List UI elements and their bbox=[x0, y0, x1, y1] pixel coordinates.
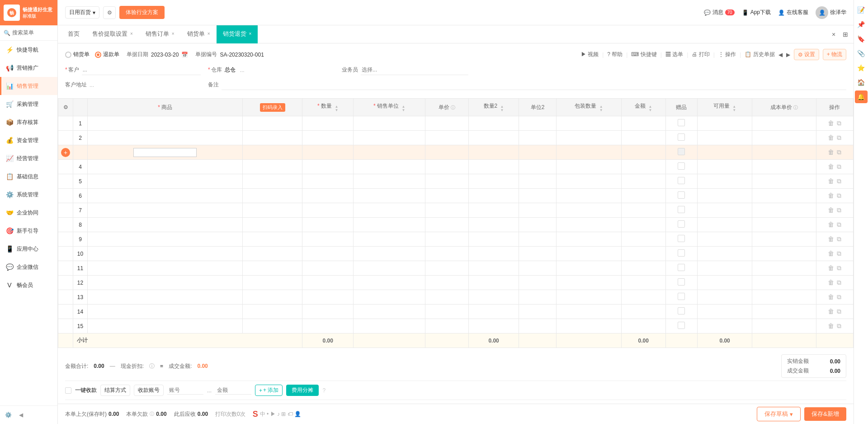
copy-row-1-icon[interactable]: ⧉ bbox=[837, 119, 841, 127]
address-input[interactable]: ... bbox=[90, 82, 201, 88]
copy-6[interactable]: ⧉ bbox=[837, 192, 841, 200]
gift-checkbox-8[interactable] bbox=[678, 220, 685, 228]
print-btn[interactable]: 🖨 打印 bbox=[692, 51, 709, 58]
goods-input-3[interactable] bbox=[133, 148, 197, 157]
note-input[interactable] bbox=[222, 80, 846, 90]
copy-13[interactable]: ⧉ bbox=[837, 293, 841, 301]
sidebar-item-app-center[interactable]: 📱 应用中心 bbox=[0, 240, 57, 258]
doc-type-radio-return[interactable]: 退款单 bbox=[95, 51, 119, 58]
del-11[interactable]: 🗑 bbox=[828, 264, 834, 272]
messages-btn[interactable]: 💬 消息 70 bbox=[704, 9, 735, 16]
price-cell-1[interactable] bbox=[425, 116, 469, 131]
tab-expand-btn[interactable]: ⊞ bbox=[841, 30, 850, 39]
pack-qty-cell-1[interactable] bbox=[557, 116, 622, 131]
del-15[interactable]: 🗑 bbox=[828, 322, 834, 330]
copy-10[interactable]: ⧉ bbox=[837, 250, 841, 257]
qty2-cell-2[interactable] bbox=[469, 131, 519, 145]
settlement-btn[interactable]: 结算方式 bbox=[100, 385, 130, 396]
delete-row-3-icon[interactable]: 🗑 bbox=[828, 148, 834, 156]
tab-close-all-btn[interactable]: × bbox=[829, 30, 838, 39]
copy-5[interactable]: ⧉ bbox=[837, 177, 841, 185]
tab-sales-return[interactable]: 销货退货 × bbox=[217, 25, 258, 43]
sidebar-item-enterprise-wechat[interactable]: 💬 企业微信 bbox=[0, 258, 57, 276]
qty-cell-2[interactable] bbox=[302, 131, 354, 145]
gift-checkbox-14[interactable] bbox=[678, 307, 685, 314]
del-8[interactable]: 🗑 bbox=[828, 221, 834, 229]
avail-sort[interactable]: ▲▼ bbox=[732, 105, 736, 112]
sidebar-item-basic-info[interactable]: 📋 基础信息 bbox=[0, 167, 57, 186]
tab-sales-return-close[interactable]: × bbox=[249, 31, 252, 36]
amount-sort[interactable]: ▲▼ bbox=[648, 105, 652, 112]
sidebar-item-system[interactable]: ⚙️ 系统管理 bbox=[0, 186, 57, 204]
tab-price-settings[interactable]: 售价提取设置 × bbox=[86, 25, 139, 43]
sidebar-collapse-icon[interactable]: ◀ bbox=[16, 410, 25, 419]
qty-sort[interactable]: ▲▼ bbox=[335, 105, 338, 112]
category-select[interactable]: 日用百货 ▾ bbox=[65, 6, 99, 19]
cost-info-icon[interactable]: ⓘ bbox=[793, 105, 798, 110]
right-panel-notes[interactable]: 📝 bbox=[855, 4, 868, 16]
copy-11[interactable]: ⧉ bbox=[837, 264, 841, 272]
pack-qty-cell-2[interactable] bbox=[557, 131, 622, 145]
sidebar-item-purchase[interactable]: 🛒 采购管理 bbox=[0, 95, 57, 113]
right-panel-pin[interactable]: 📌 bbox=[855, 18, 868, 31]
gift-checkbox-5[interactable] bbox=[678, 177, 685, 184]
row-add-btn-cell-3[interactable]: + bbox=[58, 145, 73, 160]
online-service-btn[interactable]: 👤 在线客服 bbox=[778, 9, 808, 16]
right-panel-star[interactable]: ⭐ bbox=[855, 62, 868, 74]
scan-input-btn[interactable]: 扫码录入 bbox=[260, 103, 285, 112]
unit2-cell-2[interactable] bbox=[519, 131, 556, 145]
gift-checkbox-1[interactable] bbox=[678, 119, 685, 126]
sidebar-item-enterprise[interactable]: 🤝 企业协同 bbox=[0, 204, 57, 222]
qty-cell-3[interactable] bbox=[302, 145, 354, 160]
price-cell-3[interactable] bbox=[425, 145, 469, 160]
save-draft-btn[interactable]: 保存草稿 ▾ bbox=[757, 407, 801, 421]
right-panel-attach[interactable]: 📎 bbox=[855, 47, 868, 60]
right-panel-bookmark[interactable]: 🔖 bbox=[855, 33, 868, 45]
history-btn[interactable]: 📋 历史单据 bbox=[745, 51, 774, 58]
sidebar-item-inventory[interactable]: 📦 库存核算 bbox=[0, 113, 57, 131]
sidebar-item-quick-nav[interactable]: ⚡ 快捷导航 bbox=[0, 41, 57, 59]
copy-15[interactable]: ⧉ bbox=[837, 322, 841, 330]
user-profile[interactable]: 👤 徐泽华 bbox=[816, 6, 846, 19]
gift-checkbox-2[interactable] bbox=[678, 133, 685, 141]
gift-checkbox-13[interactable] bbox=[678, 293, 685, 300]
copy-4[interactable]: ⧉ bbox=[837, 163, 841, 171]
nav-next-btn[interactable]: ▶ bbox=[786, 52, 790, 58]
operation-btn[interactable]: ⋮ 操作 bbox=[718, 51, 736, 58]
sales-unit-cell-1[interactable] bbox=[354, 116, 425, 131]
qty2-cell-3[interactable] bbox=[469, 145, 519, 160]
gift-checkbox-3[interactable] bbox=[678, 148, 685, 155]
copy-14[interactable]: ⧉ bbox=[837, 308, 841, 315]
qty-cell-1[interactable] bbox=[302, 116, 354, 131]
pack-qty-cell-3[interactable] bbox=[557, 145, 622, 160]
unit2-cell-1[interactable] bbox=[519, 116, 556, 131]
amount-input[interactable] bbox=[215, 386, 251, 395]
sidebar-item-marketing[interactable]: 📢 营销推广 bbox=[0, 59, 57, 77]
copy-row-3-icon[interactable]: ⧉ bbox=[837, 148, 841, 156]
goods-cell-2[interactable] bbox=[88, 131, 243, 145]
save-draft-arrow[interactable]: ▾ bbox=[790, 411, 793, 418]
del-5[interactable]: 🗑 bbox=[828, 177, 834, 185]
sidebar-search[interactable]: 🔍 搜索菜单 bbox=[0, 25, 57, 41]
cash-discount-info-icon[interactable]: ⓘ bbox=[149, 362, 155, 370]
sidebar-item-sales[interactable]: 📊 销售管理 bbox=[0, 77, 57, 95]
price-cell-2[interactable] bbox=[425, 131, 469, 145]
experience-btn[interactable]: 体验行业方案 bbox=[119, 6, 165, 19]
copy-9[interactable]: ⧉ bbox=[837, 235, 841, 243]
video-btn[interactable]: ▶ 视频 bbox=[581, 51, 599, 58]
unit2-cell-3[interactable] bbox=[519, 145, 556, 160]
qty2-sort[interactable]: ▲▼ bbox=[500, 105, 504, 112]
calendar-icon[interactable]: 📅 bbox=[181, 52, 188, 58]
one-click-checkbox[interactable] bbox=[65, 387, 71, 394]
tab-sales-order-close[interactable]: × bbox=[172, 31, 175, 36]
settings-orange-btn[interactable]: ⚙ 设置 bbox=[794, 49, 819, 60]
sales-unit-cell-3[interactable] bbox=[354, 145, 425, 160]
gift-checkbox-15[interactable] bbox=[678, 322, 685, 329]
select-btn[interactable]: ☰ 选单 bbox=[665, 51, 683, 58]
del-7[interactable]: 🗑 bbox=[828, 206, 834, 214]
app-download-btn[interactable]: 📱 App下载 bbox=[742, 9, 771, 16]
right-panel-active[interactable]: 🔔 bbox=[855, 91, 868, 103]
sidebar-settings-icon[interactable]: ⚙️ bbox=[4, 410, 13, 419]
copy-8[interactable]: ⧉ bbox=[837, 221, 841, 229]
add-logistics-btn[interactable]: + 物流 bbox=[823, 49, 846, 60]
